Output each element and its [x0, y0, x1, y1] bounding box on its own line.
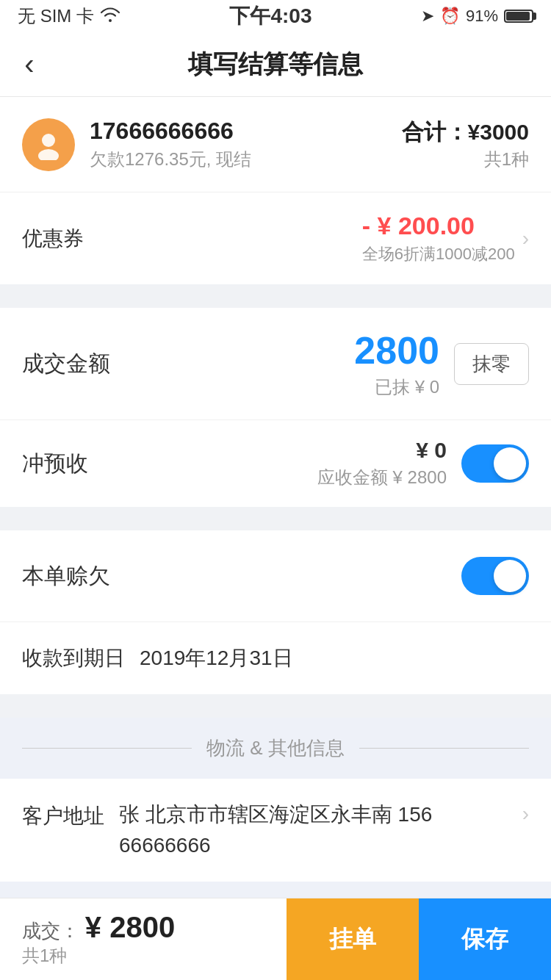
erase-button[interactable]: 抹零: [454, 343, 529, 385]
bottom-count: 共1种: [22, 944, 264, 968]
svg-point-1: [38, 149, 59, 160]
user-coupon-card: 17666666666 欠款1276.35元, 现结 合计：¥3000 共1种 …: [0, 97, 551, 284]
prepay-amount: ¥ 0: [317, 438, 447, 463]
coupon-amount: - ¥ 200.00: [362, 212, 515, 240]
coupon-desc: 全场6折满1000减200: [362, 243, 515, 265]
battery-percent: 91%: [466, 7, 498, 26]
nav-bar: ‹ 填写结算等信息: [0, 32, 551, 97]
user-row: 17666666666 欠款1276.35元, 现结 合计：¥3000 共1种: [0, 97, 551, 192]
address-label: 客户地址: [22, 802, 104, 830]
erased-label: 已抹 ¥ 0: [354, 375, 439, 399]
prepay-label: 冲预收: [22, 449, 88, 479]
divider-line-left: [22, 748, 192, 749]
user-right: 合计：¥3000 共1种: [402, 118, 529, 171]
bottom-deal-label: 成交：: [22, 920, 79, 942]
bottom-amount: ¥ 2800: [85, 911, 175, 943]
status-bar: 无 SIM 卡 下午4:03 ➤ ⏰ 91%: [0, 0, 551, 32]
prepay-toggle[interactable]: [461, 444, 529, 483]
svg-point-0: [42, 134, 55, 147]
gray-divider-1: [0, 296, 551, 308]
user-left: 17666666666 欠款1276.35元, 现结: [22, 118, 251, 171]
gray-divider-3: [0, 706, 551, 718]
wifi-icon: [100, 6, 120, 26]
content: 17666666666 欠款1276.35元, 现结 合计：¥3000 共1种 …: [0, 97, 551, 980]
address-content: 张 北京市市辖区海淀区永丰南 156 66666666: [119, 799, 508, 861]
status-left: 无 SIM 卡: [18, 4, 120, 28]
alarm-icon: ⏰: [440, 7, 460, 26]
save-button[interactable]: 保存: [419, 898, 551, 981]
prepay-right: ¥ 0 应收金额 ¥ 2800: [317, 438, 529, 489]
bottom-deal-row: 成交： ¥ 2800: [22, 911, 264, 944]
transaction-label: 成交金额: [22, 349, 110, 379]
user-phone: 17666666666: [90, 118, 251, 145]
credit-due-card: 本单赊欠 收款到期日 2019年12月31日: [0, 530, 551, 694]
amount-info: 2800 已抹 ¥ 0: [354, 328, 439, 399]
credit-label: 本单赊欠: [22, 561, 110, 591]
divider-line-right: [359, 748, 529, 749]
address-arrow-icon: ›: [522, 802, 529, 826]
back-icon: ‹: [24, 48, 34, 81]
prepay-row: 冲预收 ¥ 0 应收金额 ¥ 2800: [0, 419, 551, 507]
pending-button[interactable]: 挂单: [287, 898, 419, 981]
credit-toggle-knob: [494, 560, 526, 592]
due-date-value: 2019年12月31日: [140, 644, 293, 672]
amount-row: 成交金额 2800 已抹 ¥ 0 抹零: [0, 308, 551, 419]
toggle-knob: [494, 447, 526, 480]
page-title: 填写结算等信息: [188, 48, 363, 82]
due-date-label: 收款到期日: [22, 644, 125, 672]
bottom-bar: 成交： ¥ 2800 共1种 挂单 保存: [0, 898, 551, 980]
status-time: 下午4:03: [229, 2, 311, 30]
coupon-label: 优惠券: [22, 225, 84, 253]
total-count: 共1种: [402, 148, 529, 171]
back-button[interactable]: ‹: [0, 32, 59, 97]
avatar: [22, 118, 75, 171]
gray-divider-2: [0, 519, 551, 530]
user-debt: 欠款1276.35元, 现结: [90, 148, 251, 171]
sim-label: 无 SIM 卡: [18, 4, 94, 28]
credit-row: 本单赊欠: [0, 530, 551, 621]
bottom-info: 成交： ¥ 2800 共1种: [0, 911, 287, 968]
transaction-amount: 2800: [354, 328, 439, 372]
coupon-arrow-icon: ›: [522, 227, 529, 251]
credit-toggle[interactable]: [461, 557, 529, 595]
location-icon: ➤: [421, 7, 434, 26]
total-amount: 合计：¥3000: [402, 118, 529, 148]
transaction-card: 成交金额 2800 已抹 ¥ 0 抹零 冲预收 ¥ 0 应收金额 ¥ 2800: [0, 308, 551, 507]
status-right: ➤ ⏰ 91%: [421, 7, 533, 26]
receivable-label: 应收金额 ¥ 2800: [317, 466, 447, 489]
logistics-section: 物流 & 其他信息: [0, 718, 551, 779]
prepay-info: ¥ 0 应收金额 ¥ 2800: [317, 438, 447, 489]
coupon-info: - ¥ 200.00 全场6折满1000减200: [362, 212, 515, 265]
amount-right: 2800 已抹 ¥ 0 抹零: [354, 328, 529, 399]
due-date-row: 收款到期日 2019年12月31日: [0, 621, 551, 694]
address-row[interactable]: 客户地址 张 北京市市辖区海淀区永丰南 156 66666666 ›: [0, 779, 551, 882]
coupon-row[interactable]: 优惠券 - ¥ 200.00 全场6折满1000减200 ›: [0, 192, 551, 284]
user-info: 17666666666 欠款1276.35元, 现结: [90, 118, 251, 171]
coupon-right: - ¥ 200.00 全场6折满1000减200 ›: [362, 212, 529, 265]
battery-icon: [504, 10, 533, 23]
logistics-label: 物流 & 其他信息: [206, 735, 345, 761]
